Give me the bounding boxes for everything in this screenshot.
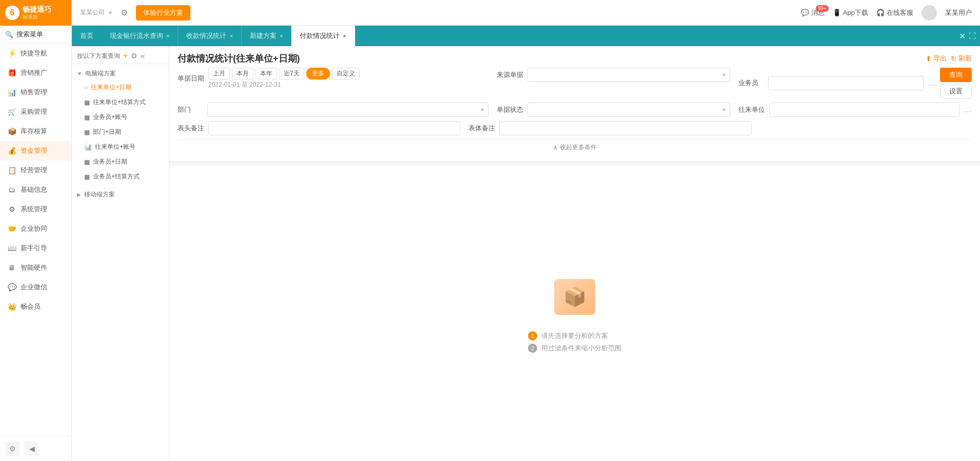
tab-bank[interactable]: 现金银行流水查询 × — [102, 26, 178, 46]
sidebar-item-finance[interactable]: 💰资金管理 — [0, 141, 71, 161]
tabs-bar: 首页 现金银行流水查询 × 收款情况统计 × 新建方案 × 付款情况统计 × ✕… — [72, 26, 980, 46]
sidebar-item-enterprise[interactable]: 🤝企业协同 — [0, 219, 71, 238]
sidebar-item-wechat[interactable]: 💬企业微信 — [0, 277, 71, 297]
tabs-close-all-btn[interactable]: ✕ — [959, 31, 966, 41]
breadcrumb: 某某公司 — [80, 8, 105, 17]
sidebar-item-quick-nav[interactable]: ⚡快捷导航 — [0, 44, 71, 63]
scheme-item-partner-account[interactable]: 📊往来单位+账号 — [72, 139, 169, 154]
sidebar-item-inventory[interactable]: 📦库存核算 — [0, 122, 71, 141]
online-service-btn[interactable]: 🎧 在线客服 — [876, 8, 913, 17]
tab-bank-close[interactable]: × — [166, 33, 169, 39]
user-avatar[interactable] — [922, 5, 937, 21]
search-icon: 🔍 — [5, 31, 13, 38]
sidebar-nav: ⚡快捷导航🎁营销推广📊销售管理🛒采购管理📦库存核算💰资金管理📋经营管理🗂基础信息… — [0, 44, 71, 436]
desktop-group-title[interactable]: ▼ 电脑端方案 — [72, 67, 169, 80]
date-more[interactable]: 更多 — [306, 68, 330, 79]
empty-state: 1 请先选择要分析的方案 2 用过滤条件来缩小分析范围 — [169, 166, 980, 461]
app-download-btn[interactable]: 📱 App下载 — [833, 8, 868, 17]
date-this-month[interactable]: 本月 — [232, 68, 253, 79]
page-title: 付款情况统计(往来单位+日期) — [178, 52, 300, 65]
guide-icon: 📖 — [7, 244, 16, 252]
sidebar-item-basic[interactable]: 🗂基础信息 — [0, 180, 71, 199]
refresh-btn[interactable]: ↻ 刷新 — [951, 54, 972, 63]
sidebar-search[interactable]: 🔍 搜索菜单 — [0, 26, 71, 44]
topbar-settings-btn[interactable]: ⚙ — [116, 5, 132, 21]
tab-receipt-close[interactable]: × — [229, 33, 232, 39]
left-panel: 按以下方案查询 + ⚙ « ▼ 电脑端方案 ○往来单位+日期▦往来单位+结算方式… — [72, 46, 169, 461]
scheme-item-staff-settle[interactable]: ▦业务员+结算方式 — [72, 169, 169, 184]
partner-input[interactable] — [769, 103, 959, 117]
tab-payment-close[interactable]: × — [343, 33, 346, 39]
dept-arrow: ▾ — [481, 106, 484, 113]
sidebar-item-marketing[interactable]: 🎁营销推广 — [0, 63, 71, 83]
date-last-month[interactable]: 上月 — [208, 68, 230, 79]
mobile-group-title[interactable]: ▶ 移动端方案 — [72, 187, 169, 202]
hint-1: 1 请先选择要分析的方案 — [528, 331, 621, 340]
sidebar-item-hardware[interactable]: 🖥智能硬件 — [0, 258, 71, 277]
staff-date-icon: ▦ — [84, 158, 90, 166]
collapse-filter-btn[interactable]: ∧ 收起更多条件 — [178, 139, 972, 155]
doc-status-arrow: ▾ — [722, 106, 726, 113]
filter-area: 付款情况统计(往来单位+日期) ⬆ 导出 ↻ 刷新 — [169, 46, 980, 162]
operation-icon: 📋 — [7, 166, 16, 174]
date-7days[interactable]: 近7天 — [279, 68, 304, 79]
filter-date: 单据日期 上月 本月 本年 近7天 更多 自定义 2022-01-01 至 20… — [178, 68, 488, 89]
note-body-input[interactable] — [499, 121, 751, 135]
scheme-item-staff-account[interactable]: ▦业务员+账号 — [72, 110, 169, 125]
sidebar-item-purchase[interactable]: 🛒采购管理 — [0, 102, 71, 122]
set-btn[interactable]: 设置 — [940, 84, 972, 98]
scheme-setting-btn[interactable]: ⚙ — [131, 52, 138, 60]
sales-icon: 📊 — [7, 88, 16, 96]
note-body-label: 表体备注 — [468, 124, 495, 133]
tabs-expand-btn[interactable]: ⛶ — [969, 32, 976, 40]
staff-input[interactable] — [768, 76, 924, 90]
dept-select[interactable]: ▾ — [207, 103, 488, 117]
scheme-item-partner-settle[interactable]: ▦往来单位+结算方式 — [72, 95, 169, 110]
source-select[interactable]: ▾ — [527, 68, 730, 82]
filter-dept: 部门 ▾ — [178, 103, 488, 117]
vip-icon: 👑 — [7, 303, 16, 311]
settings-footer-btn[interactable]: ⚙ — [5, 442, 19, 456]
date-this-year[interactable]: 本年 — [256, 68, 277, 79]
tab-receipt[interactable]: 收款情况统计 × — [178, 26, 241, 46]
tab-new-scheme[interactable]: 新建方案 × — [242, 26, 291, 46]
marketing-icon: 🎁 — [7, 69, 16, 77]
scheme-item-partner-date[interactable]: ○往来单位+日期 — [72, 80, 169, 95]
filter-partner: 往来单位 … — [738, 103, 972, 117]
system-icon: ⚙ — [7, 205, 16, 213]
tab-payment[interactable]: 付款情况统计 × — [291, 26, 355, 46]
filter-row-1: 单据日期 上月 本月 本年 近7天 更多 自定义 2022-01-01 至 20… — [178, 68, 972, 98]
sidebar-item-vip[interactable]: 👑畅会员 — [0, 297, 71, 316]
logo-icon: 6 — [5, 6, 19, 20]
scheme-item-staff-date[interactable]: ▦业务员+日期 — [72, 154, 169, 169]
user-name[interactable]: 某某用户 — [945, 8, 972, 17]
sidebar-item-guide[interactable]: 📖新手引导 — [0, 238, 71, 258]
tab-home[interactable]: 首页 — [72, 26, 102, 46]
sidebar-item-operation[interactable]: 📋经营管理 — [0, 161, 71, 180]
scheme-collapse-btn[interactable]: « — [141, 52, 145, 60]
partner-date-icon: ○ — [84, 84, 88, 91]
sidebar-item-sales[interactable]: 📊销售管理 — [0, 83, 71, 102]
message-btn[interactable]: 💬 消息 99+ — [801, 8, 825, 17]
query-btns: 查询 设置 — [940, 68, 972, 98]
note-head-input[interactable] — [208, 121, 460, 135]
enterprise-icon: 🤝 — [7, 225, 16, 233]
date-custom[interactable]: 自定义 — [332, 68, 360, 79]
staff-more-btn[interactable]: … — [928, 78, 936, 88]
trial-btn[interactable]: 体验行业方案 — [136, 5, 190, 21]
mobile-arrow-icon: ▶ — [77, 192, 81, 197]
scheme-item-dept-date[interactable]: ▦部门+日期 — [72, 125, 169, 139]
left-panel-header: 按以下方案查询 + ⚙ « — [72, 46, 169, 64]
partner-more-btn[interactable]: … — [964, 105, 972, 114]
logo-text: 畅捷通巧 标准版 — [23, 5, 51, 21]
sidebar-item-system[interactable]: ⚙系统管理 — [0, 199, 71, 219]
topbar-right: 💬 消息 99+ 📱 App下载 🎧 在线客服 某某用户 — [801, 5, 972, 21]
tab-new-scheme-close[interactable]: × — [280, 33, 283, 39]
collapse-footer-btn[interactable]: ◀ — [25, 442, 39, 456]
query-btn[interactable]: 查询 — [940, 68, 972, 82]
export-btn[interactable]: ⬆ 导出 — [926, 54, 947, 63]
doc-status-select[interactable]: ▾ — [527, 103, 730, 117]
inventory-icon: 📦 — [7, 127, 16, 135]
partner-label: 往来单位 — [738, 105, 765, 114]
add-scheme-btn[interactable]: + — [123, 51, 128, 61]
